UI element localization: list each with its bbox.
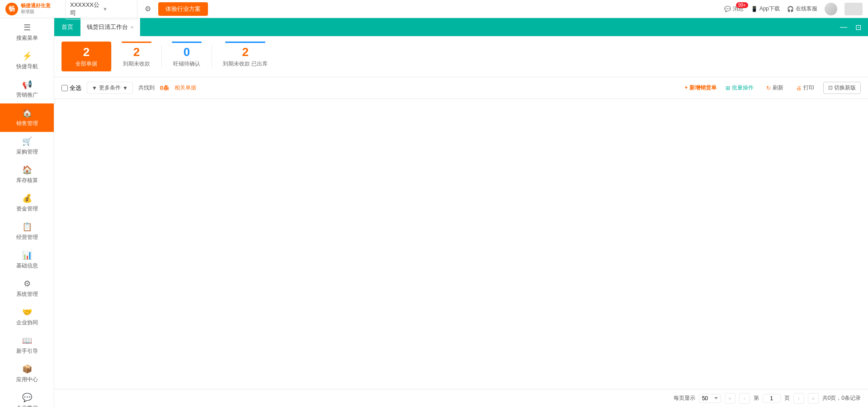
- message-button[interactable]: 💬 消息 99+: [724, 5, 744, 13]
- refresh-button[interactable]: ↻ 刷新: [763, 82, 787, 94]
- print-icon: 🖨: [796, 85, 802, 91]
- avatar[interactable]: [825, 3, 837, 15]
- last-page-button[interactable]: »: [808, 393, 819, 404]
- app-download-button[interactable]: 📱 App下载: [751, 5, 780, 13]
- per-page-select[interactable]: 50 20 100: [699, 394, 721, 403]
- tab-qianhuoringjing[interactable]: 钱货日清工作台 ×: [80, 18, 140, 36]
- card-border-2: [172, 42, 202, 43]
- experience-button[interactable]: 体验行业方案: [158, 2, 208, 16]
- online-service-label: 在线客服: [796, 5, 817, 13]
- per-page-label: 每页显示: [674, 394, 695, 402]
- sidebar-label-system: 系统管理: [16, 290, 38, 298]
- service-icon: 🎧: [787, 6, 794, 12]
- settings-button[interactable]: ⚙: [141, 2, 155, 16]
- sidebar-item-purchase[interactable]: 🛒采购管理: [0, 132, 54, 160]
- online-service-button[interactable]: 🎧 在线客服: [787, 5, 817, 13]
- company-name: XXXXXX公司: [70, 1, 100, 17]
- phone-icon: 📱: [751, 6, 758, 12]
- sidebar-item-finance[interactable]: 💰资金管理: [0, 189, 54, 217]
- sidebar-label-operations: 经营管理: [16, 234, 38, 241]
- total-text: 共0页，0条记录: [822, 394, 861, 402]
- table-area: [54, 99, 868, 389]
- gear-icon: ⚙: [145, 5, 151, 13]
- sidebar-icon-search-menu: ☰: [24, 23, 31, 33]
- switch-version-button[interactable]: ⊡ 切换新版: [823, 82, 861, 94]
- sidebar-item-app-center[interactable]: 📦应用中心: [0, 360, 54, 388]
- message-icon: 💬: [724, 6, 731, 12]
- more-filter-button[interactable]: ▼ 更多条件 ▼: [87, 82, 133, 94]
- card-number-0: 2: [83, 45, 90, 59]
- layout: ☰搜索菜单⚡快捷导航📢营销推广🏠销售管理🛒采购管理🏠库存核算💰资金管理📋经营管理…: [0, 18, 868, 407]
- prev-page-button[interactable]: ‹: [739, 393, 750, 404]
- sidebar-item-quick-nav[interactable]: ⚡快捷导航: [0, 47, 54, 75]
- sidebar-icon-cooperation: 🤝: [22, 307, 32, 317]
- user-name-area: [844, 3, 863, 15]
- company-selector[interactable]: XXXXXX公司 ▼: [65, 0, 137, 19]
- page-suffix: 页: [784, 394, 790, 402]
- card-label-0: 全部单据: [75, 60, 97, 68]
- sidebar-item-system[interactable]: ⚙系统管理: [0, 274, 54, 303]
- right-area: 首页 钱货日清工作台 × — ⊡ 2 全部单据 2 到期未收款 0 旺: [54, 18, 868, 407]
- select-all-checkbox[interactable]: [61, 85, 68, 91]
- sidebar-item-sales[interactable]: 🏠销售管理: [0, 103, 54, 132]
- main-content: 2 全部单据 2 到期未收款 0 旺铺待确认 2 到期未收款 已出库 全选 ▼: [54, 36, 868, 407]
- related-link[interactable]: 相关单据: [175, 84, 196, 92]
- next-page-button[interactable]: ›: [793, 393, 804, 404]
- sidebar-item-guide[interactable]: 📖新手引导: [0, 331, 54, 360]
- toolbar-right: + 新增销货单 ⊞ 批量操作 ↻ 刷新 🖨 打印 ⊡: [684, 82, 861, 94]
- sidebar-label-search-menu: 搜索菜单: [16, 34, 38, 42]
- summary-card-1[interactable]: 2 到期未收款: [112, 42, 161, 71]
- summary-card-0[interactable]: 2 全部单据: [61, 42, 111, 71]
- refresh-label: 刷新: [773, 84, 783, 92]
- card-label-2: 旺铺待确认: [173, 60, 200, 68]
- sidebar-item-wechat[interactable]: 💬企业微信: [0, 388, 54, 407]
- filter-label: 更多条件: [99, 84, 121, 92]
- sidebar: ☰搜索菜单⚡快捷导航📢营销推广🏠销售管理🛒采购管理🏠库存核算💰资金管理📋经营管理…: [0, 18, 54, 407]
- select-all-area[interactable]: 全选: [61, 84, 81, 92]
- batch-button[interactable]: ⊞ 批量操作: [722, 82, 757, 94]
- sidebar-icon-wechat: 💬: [22, 393, 32, 402]
- logo-name: 畅捷通好生意: [21, 3, 51, 9]
- avatar-image: [825, 3, 837, 15]
- found-text: 共找到: [138, 84, 155, 92]
- sidebar-icon-app-center: 📦: [22, 364, 32, 374]
- tab-restore-button[interactable]: ⊡: [852, 21, 864, 33]
- tab-home[interactable]: 首页: [54, 18, 80, 36]
- summary-card-2[interactable]: 0 旺铺待确认: [162, 42, 212, 71]
- sidebar-icon-sales: 🏠: [22, 108, 32, 118]
- tabs-bar: 首页 钱货日清工作台 × — ⊡: [54, 18, 868, 36]
- card-label-3: 到期未收款 已出库: [223, 60, 268, 68]
- summary-card-3[interactable]: 2 到期未收款 已出库: [212, 42, 278, 71]
- card-border-0: [71, 42, 101, 43]
- tab-label: 钱货日清工作台: [87, 23, 128, 31]
- page-input[interactable]: [763, 394, 781, 403]
- select-all-label: 全选: [70, 84, 81, 92]
- sidebar-item-search-menu[interactable]: ☰搜索菜单: [0, 18, 54, 47]
- print-button[interactable]: 🖨 打印: [793, 82, 818, 94]
- new-sale-button[interactable]: + 新增销货单: [684, 84, 716, 92]
- sidebar-item-cooperation[interactable]: 🤝企业协同: [0, 303, 54, 331]
- sidebar-item-inventory[interactable]: 🏠库存核算: [0, 160, 54, 189]
- sidebar-item-base-info[interactable]: 📊基础信息: [0, 246, 54, 274]
- tab-close-icon[interactable]: ×: [131, 24, 133, 30]
- sidebar-icon-finance: 💰: [22, 193, 32, 203]
- message-badge: 99+: [736, 2, 748, 8]
- sidebar-label-wechat: 企业微信: [16, 404, 38, 407]
- sidebar-icon-guide: 📖: [22, 336, 32, 346]
- sidebar-item-operations[interactable]: 📋经营管理: [0, 217, 54, 246]
- sidebar-icon-system: ⚙: [24, 279, 31, 289]
- sidebar-item-marketing[interactable]: 📢营销推广: [0, 75, 54, 103]
- sidebar-label-app-center: 应用中心: [16, 376, 38, 384]
- summary-cards: 2 全部单据 2 到期未收款 0 旺铺待确认 2 到期未收款 已出库: [54, 36, 868, 77]
- batch-icon: ⊞: [726, 85, 730, 91]
- card-border-1: [122, 42, 151, 43]
- logo-sub: 标准版: [21, 9, 51, 15]
- tab-minimize-button[interactable]: —: [837, 21, 850, 33]
- sidebar-label-quick-nav: 快捷导航: [16, 63, 38, 70]
- print-label: 打印: [803, 84, 814, 92]
- first-page-button[interactable]: «: [725, 393, 736, 404]
- card-border-3: [225, 42, 265, 43]
- sidebar-icon-purchase: 🛒: [22, 136, 32, 146]
- filter-dropdown-icon: ▼: [123, 85, 128, 91]
- sidebar-icon-quick-nav: ⚡: [22, 51, 32, 61]
